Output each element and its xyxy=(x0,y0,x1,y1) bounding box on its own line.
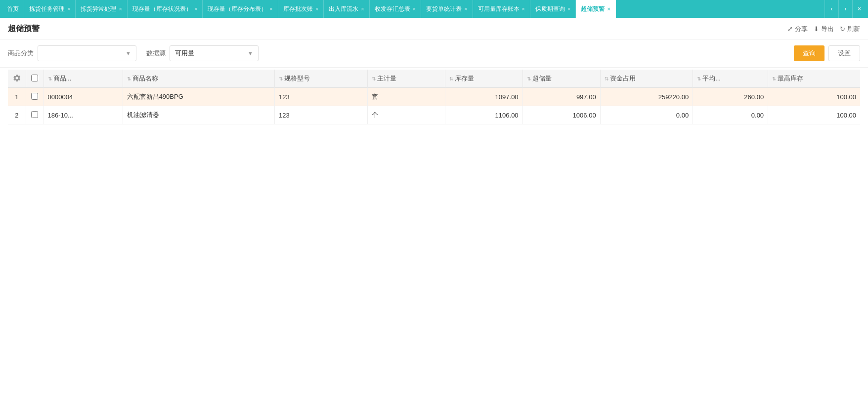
nav-tab-8[interactable]: 可用量库存账本× xyxy=(473,0,530,18)
nav-tab-5[interactable]: 出入库流水× xyxy=(324,0,369,18)
filter-area: 商品分类 ▼ 数据源 可用量 ▼ 查询 设置 xyxy=(0,40,868,68)
nav-tab-label-1: 拣货异常处理 xyxy=(81,5,116,13)
row-checkbox-1[interactable] xyxy=(31,111,38,118)
th-avg-label: 平均... xyxy=(702,75,721,82)
home-label: 首页 xyxy=(7,5,19,13)
nav-home[interactable]: 首页 xyxy=(2,0,24,18)
th-over-stock-label: 超储量 xyxy=(532,75,552,82)
table-container: ⇅商品... ⇅商品名称 ⇅规格型号 ⇅主计量 ⇅库存量 ⇅超储量 ⇅资金占用 … xyxy=(0,70,868,124)
th-capital-label: 资金占用 xyxy=(610,75,636,82)
top-nav: 首页 拣货任务管理×拣货异常处理×现存量（库存状况表）×现存量（库存分布表）×库… xyxy=(0,0,868,18)
th-avg[interactable]: ⇅平均... xyxy=(693,70,768,88)
category-select[interactable]: ▼ xyxy=(38,45,136,61)
th-spec[interactable]: ⇅规格型号 xyxy=(275,70,368,88)
nav-tab-close-4[interactable]: × xyxy=(315,6,318,12)
export-action[interactable]: ⬇ 导出 xyxy=(814,25,834,34)
td-spec-0: 123 xyxy=(275,88,368,106)
nav-tab-0[interactable]: 拣货任务管理× xyxy=(24,0,76,18)
nav-tab-2[interactable]: 现存量（库存状况表）× xyxy=(128,0,203,18)
th-over-stock[interactable]: ⇅超储量 xyxy=(522,70,600,88)
nav-tab-close-3[interactable]: × xyxy=(269,6,272,12)
datasource-select[interactable]: 可用量 ▼ xyxy=(170,45,259,61)
export-label: 导出 xyxy=(821,25,834,34)
nav-tab-4[interactable]: 库存批次账× xyxy=(278,0,324,18)
category-filter-group: 商品分类 ▼ xyxy=(8,45,136,61)
th-select-all[interactable] xyxy=(26,70,43,88)
td-checkbox-1[interactable] xyxy=(26,106,43,124)
nav-tab-close-2[interactable]: × xyxy=(194,6,197,12)
td-avg-1: 0.00 xyxy=(693,106,768,124)
nav-tab-3[interactable]: 现存量（库存分布表）× xyxy=(203,0,278,18)
td-over-stock-0: 997.00 xyxy=(522,88,600,106)
nav-tab-close-10[interactable]: × xyxy=(607,6,610,12)
category-chevron-icon: ▼ xyxy=(126,50,131,56)
nav-tab-label-9: 保质期查询 xyxy=(535,5,565,13)
nav-tab-label-0: 拣货任务管理 xyxy=(29,5,65,13)
nav-tab-6[interactable]: 收发存汇总表× xyxy=(370,0,421,18)
th-stock[interactable]: ⇅库存量 xyxy=(445,70,522,88)
nav-arrow-more[interactable]: × xyxy=(852,0,866,18)
td-index-1: 2 xyxy=(8,106,26,124)
table-row: 1 0000004 六配套新昌490BPG 123 套 1097.00 997.… xyxy=(8,88,860,106)
td-product-name-0: 六配套新昌490BPG xyxy=(123,88,274,106)
table-row: 2 186-10... 机油滤清器 123 个 1106.00 1006.00 … xyxy=(8,106,860,124)
th-unit[interactable]: ⇅主计量 xyxy=(367,70,445,88)
nav-tab-close-7[interactable]: × xyxy=(464,6,467,12)
nav-arrow-right[interactable]: › xyxy=(838,0,852,18)
th-product-name-label: 商品名称 xyxy=(132,75,158,82)
nav-tab-1[interactable]: 拣货异常处理× xyxy=(76,0,127,18)
td-product-code-1: 186-10... xyxy=(43,106,123,124)
filter-actions: 查询 设置 xyxy=(794,45,860,61)
th-max-stock-label: 最高库存 xyxy=(778,75,803,82)
share-label: 分享 xyxy=(795,25,808,34)
td-max-stock-0: 100.00 xyxy=(768,88,860,106)
datasource-label: 数据源 xyxy=(146,49,166,58)
th-product-code-label: 商品... xyxy=(53,75,72,82)
nav-tab-9[interactable]: 保质期查询× xyxy=(530,0,576,18)
gear-icon xyxy=(13,74,21,82)
table-header-row: ⇅商品... ⇅商品名称 ⇅规格型号 ⇅主计量 ⇅库存量 ⇅超储量 ⇅资金占用 … xyxy=(8,70,860,88)
nav-tab-close-5[interactable]: × xyxy=(361,6,364,12)
share-action[interactable]: ⤢ 分享 xyxy=(787,25,808,34)
td-index-0: 1 xyxy=(8,88,26,106)
td-over-stock-1: 1006.00 xyxy=(522,106,600,124)
th-gear xyxy=(8,70,26,88)
td-checkbox-0[interactable] xyxy=(26,88,43,106)
page-content: 超储预警 ⤢ 分享 ⬇ 导出 ↻ 刷新 商品分类 ▼ 数据源 xyxy=(0,18,868,395)
row-checkbox-0[interactable] xyxy=(31,93,38,100)
refresh-label: 刷新 xyxy=(847,25,860,34)
datasource-value: 可用量 xyxy=(175,49,194,58)
nav-tab-close-8[interactable]: × xyxy=(522,6,525,12)
th-product-code[interactable]: ⇅商品... xyxy=(43,70,123,88)
td-max-stock-1: 100.00 xyxy=(768,106,860,124)
td-capital-0: 259220.00 xyxy=(600,88,693,106)
th-max-stock[interactable]: ⇅最高库存 xyxy=(768,70,860,88)
nav-arrow-left[interactable]: ‹ xyxy=(825,0,838,18)
nav-tab-label-6: 收发存汇总表 xyxy=(375,5,410,13)
th-capital[interactable]: ⇅资金占用 xyxy=(600,70,693,88)
nav-tab-label-2: 现存量（库存状况表） xyxy=(132,5,192,13)
query-button[interactable]: 查询 xyxy=(794,45,825,61)
th-unit-label: 主计量 xyxy=(377,75,396,82)
settings-button[interactable]: 设置 xyxy=(828,45,860,61)
nav-tab-7[interactable]: 要货单统计表× xyxy=(421,0,473,18)
nav-tab-label-3: 现存量（库存分布表） xyxy=(208,5,267,13)
th-product-name[interactable]: ⇅商品名称 xyxy=(123,70,274,88)
nav-tab-10[interactable]: 超储预警× xyxy=(576,0,615,18)
td-stock-0: 1097.00 xyxy=(445,88,522,106)
select-all-checkbox[interactable] xyxy=(31,75,38,81)
refresh-action[interactable]: ↻ 刷新 xyxy=(840,25,860,34)
nav-tab-label-10: 超储预警 xyxy=(581,5,605,13)
nav-tab-close-0[interactable]: × xyxy=(67,6,70,12)
td-product-code-0: 0000004 xyxy=(43,88,123,106)
nav-tab-label-8: 可用量库存账本 xyxy=(478,5,520,13)
nav-tab-close-1[interactable]: × xyxy=(119,6,122,12)
nav-tab-close-6[interactable]: × xyxy=(413,6,416,12)
th-stock-label: 库存量 xyxy=(455,75,474,82)
td-spec-1: 123 xyxy=(275,106,368,124)
td-avg-0: 260.00 xyxy=(693,88,768,106)
td-unit-1: 个 xyxy=(367,106,445,124)
td-product-name-1: 机油滤清器 xyxy=(123,106,274,124)
nav-tab-close-9[interactable]: × xyxy=(567,6,570,12)
category-label: 商品分类 xyxy=(8,49,34,58)
